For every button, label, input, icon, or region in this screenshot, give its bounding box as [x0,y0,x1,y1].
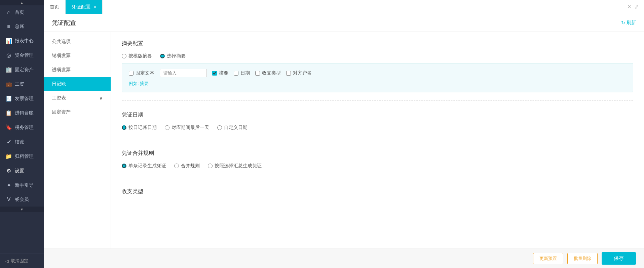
single-record-input[interactable] [122,164,126,168]
close-account-icon: ✔ [5,139,12,145]
page-title: 凭证配置 [52,19,76,27]
merge-rule-radio-group: 单条记录生成凭证 合并规则 按照选择汇总生成凭证 [122,163,633,169]
vip-icon: V [5,196,12,203]
tab-close-icon[interactable]: × [94,5,96,9]
summary-checkbox[interactable] [212,71,217,76]
journal-date-input[interactable] [122,125,126,130]
page-header: 凭证配置 ↻ 刷新 [44,14,644,32]
nav-purchase[interactable]: 进项发票 [44,63,111,77]
refresh-button[interactable]: ↻ 刷新 [621,20,636,26]
tab-bar: 首页 凭证配置 × × ⤢ [44,0,644,14]
settings-icon: ⚙ [5,168,12,174]
home-icon: ⌂ [5,9,12,15]
merge-radio-single[interactable]: 单条记录生成凭证 [122,163,166,169]
summary-template-input[interactable] [122,54,126,58]
window-maximize-icon[interactable]: ⤢ [634,4,639,10]
funds-icon: ◎ [5,52,12,58]
nav-fixed-assets[interactable]: 固定资产 [44,105,111,119]
sidebar-item-settings[interactable]: ⚙ 设置 [0,164,44,178]
checkbox-fixed-text[interactable]: 固定文本 [129,70,154,76]
window-controls: × ⤢ [628,4,644,10]
summary-inner-box: 固定文本 摘要 日期 [122,63,633,92]
sidebar-scroll-up[interactable]: ▲ [0,0,44,5]
sidebar-item-payroll[interactable]: 💼 工资 [0,77,44,91]
sidebar-item-close-account[interactable]: ✔ 结账 [0,135,44,149]
window-close-icon[interactable]: × [628,4,631,10]
sidebar-item-archive[interactable]: 📁 归档管理 [0,149,44,164]
sidebar-item-funds[interactable]: ◎ 资金管理 [0,48,44,62]
content-area: 凭证配置 ↻ 刷新 公共选项 销项发票 进项发票 日记账 [44,14,644,268]
right-content: 摘要配置 按模版摘要 选择摘要 [111,32,644,249]
guide-icon: ✦ [5,182,12,188]
checkbox-counterparty[interactable]: 对方户名 [286,70,312,76]
checkbox-date[interactable]: 日期 [234,70,250,76]
merge-rule-title: 凭证合并规则 [122,150,633,157]
unfix-button[interactable]: ◁ 取消固定 [0,254,44,268]
save-button[interactable]: 保存 [602,252,636,265]
fixed-assets-icon: 🏢 [5,66,12,73]
counterparty-checkbox[interactable] [286,71,291,76]
income-type-section: 收支类型 [122,188,633,209]
pin-icon: ◁ [5,259,9,264]
checkbox-income-type[interactable]: 收支类型 [255,70,281,76]
sidebar-item-ledger[interactable]: ≡ 总账 [0,19,44,34]
sidebar-item-invoice[interactable]: 🧾 发票管理 [0,91,44,106]
summary-radio-select[interactable]: 选择摘要 [160,53,186,59]
nav-public[interactable]: 公共选项 [44,35,111,49]
nav-journal[interactable]: 日记账 [44,77,111,91]
fixed-text-checkbox[interactable] [129,71,134,76]
update-preview-button[interactable]: 更新预置 [533,253,563,264]
sidebar-item-fixed-assets[interactable]: 🏢 固定资产 [0,62,44,77]
invoice-icon: 🧾 [5,95,12,102]
fixed-text-input[interactable] [160,69,207,77]
nav-sales[interactable]: 销项发票 [44,49,111,63]
refresh-icon: ↻ [621,20,625,26]
bottom-bar: 更新预置 批量删除 保存 [44,249,644,268]
purchase-sale-icon: 📋 [5,110,12,116]
sidebar-item-vip[interactable]: V 畅会员 [0,192,44,207]
nav-payroll-sheet[interactable]: 工资表 ∨ [44,91,111,105]
voucher-date-section: 凭证日期 按日记账日期 对应期间最后一天 自定义日期 [122,111,633,139]
voucher-date-radio-group: 按日记账日期 对应期间最后一天 自定义日期 [122,125,633,131]
batch-delete-button[interactable]: 批量删除 [567,253,598,264]
date-radio-custom[interactable]: 自定义日期 [217,125,248,131]
sidebar-scroll-down[interactable]: ▼ [0,207,44,212]
payroll-icon: 💼 [5,81,12,87]
date-radio-journal[interactable]: 按日记账日期 [122,125,157,131]
summary-select-input[interactable] [160,54,165,58]
merge-rule-section: 凭证合并规则 单条记录生成凭证 合并规则 按照选择汇总生成凭证 [122,150,633,177]
date-radio-lastday[interactable]: 对应期间最后一天 [165,125,209,131]
income-type-title: 收支类型 [122,188,633,195]
summary-checkboxes-row: 固定文本 摘要 日期 [129,69,626,77]
income-type-checkbox[interactable] [255,71,260,76]
main-area: 首页 凭证配置 × × ⤢ 凭证配置 ↻ 刷新 公共选项 [44,0,644,268]
merge-rule-input[interactable] [174,164,179,168]
merge-radio-total[interactable]: 按照选择汇总生成凭证 [208,163,262,169]
content-body: 公共选项 销项发票 进项发票 日记账 工资表 ∨ 固定资产 [44,32,644,249]
archive-icon: 📁 [5,153,12,160]
tab-voucher-config[interactable]: 凭证配置 × [66,0,103,14]
sidebar-item-guide[interactable]: ✦ 新手引导 [0,178,44,192]
summary-radio-template[interactable]: 按模版摘要 [122,53,152,59]
date-checkbox[interactable] [234,71,238,76]
reports-icon: 📊 [5,38,12,44]
checkbox-summary[interactable]: 摘要 [212,70,228,76]
tab-home[interactable]: 首页 [44,0,66,14]
ledger-icon: ≡ [5,24,12,30]
tax-icon: 🔖 [5,124,12,131]
sidebar: ▲ ⌂ 首页 ≡ 总账 📊 报表中心 ◎ 资金管理 🏢 固定资产 💼 工资 🧾 … [0,0,44,268]
sidebar-item-home[interactable]: ⌂ 首页 [0,5,44,19]
summary-section-title: 摘要配置 [122,40,633,47]
select-total-input[interactable] [208,164,213,168]
chevron-down-icon: ∨ [99,95,103,101]
lastday-input[interactable] [165,125,169,130]
voucher-date-title: 凭证日期 [122,111,633,119]
sidebar-item-purchase-sale[interactable]: 📋 进销台账 [0,106,44,120]
sidebar-item-reports[interactable]: 📊 报表中心 [0,34,44,48]
left-nav: 公共选项 销项发票 进项发票 日记账 工资表 ∨ 固定资产 [44,32,111,249]
summary-example: 例如: 摘要 [129,81,626,87]
merge-radio-rule[interactable]: 合并规则 [174,163,200,169]
summary-radio-group: 按模版摘要 选择摘要 [122,53,633,59]
sidebar-item-tax[interactable]: 🔖 税务管理 [0,120,44,135]
custom-date-input[interactable] [217,125,222,130]
